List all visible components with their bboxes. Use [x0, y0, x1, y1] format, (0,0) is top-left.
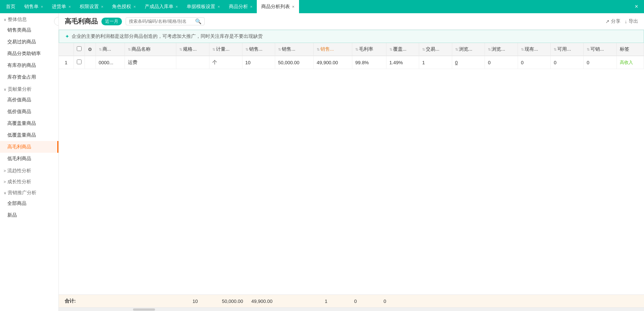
top-nav-bar: 首页 销售单 × 进货单 × 权限设置 × 角色授权 × 产成品入库单 × 单据…	[0, 0, 644, 13]
group-arrow-growth: >	[4, 180, 6, 184]
search-icon[interactable]: 🔍	[195, 18, 201, 24]
period-button[interactable]: 近一月	[101, 18, 122, 25]
sidebar-item-all-goods[interactable]: 全部商品	[0, 198, 58, 209]
sidebar-group-contribution[interactable]: ∨ 贡献量分析	[0, 83, 58, 94]
nav-product-analysis-list-close[interactable]: ×	[292, 4, 294, 9]
sidebar-item-sales-goods[interactable]: 销售类商品	[0, 24, 58, 36]
nav-product-inbound-close[interactable]: ×	[176, 4, 178, 9]
cell-browse1[interactable]: 0	[452, 56, 485, 69]
th-sale3[interactable]: ⇅销售...	[314, 43, 352, 56]
cell-sale2: 50,000.00	[275, 56, 314, 69]
sidebar-group-growth[interactable]: > 成长性分析	[0, 176, 58, 187]
th-gross-rate[interactable]: ⇅毛利率	[352, 43, 386, 56]
nav-permission-close[interactable]: ×	[101, 4, 103, 9]
nav-purchase[interactable]: 进货单 ×	[47, 0, 75, 13]
th-sale1[interactable]: ⇅销售...	[242, 43, 275, 56]
sidebar-item-new-goods[interactable]: 新品	[0, 209, 58, 221]
cell-browse2: 0	[485, 56, 518, 69]
sidebar-item-high-margin[interactable]: 高毛利商品	[0, 141, 58, 153]
nav-product-analysis-list[interactable]: 商品分析列表 ×	[257, 0, 299, 13]
th-trade[interactable]: ⇅交易...	[419, 43, 452, 56]
cell-current: 0	[518, 56, 551, 69]
main-layout: 《 ∨ 整体信息 销售类商品 交易过的商品 商品分类助销率 有库存的商品 库存资…	[0, 13, 644, 311]
sidebar-item-high-coverage[interactable]: 高覆盖量商品	[0, 117, 58, 129]
header-actions: ↗ 分享 ↓ 导出	[605, 18, 638, 25]
nav-permission[interactable]: 权限设置 ×	[75, 0, 108, 13]
cell-available: 0	[551, 56, 584, 69]
cell-sale3: 49,900.00	[314, 56, 352, 69]
th-coverage[interactable]: ⇅覆盖...	[386, 43, 419, 56]
th-name[interactable]: ⇅商品名称	[125, 43, 176, 56]
export-icon: ↓	[625, 19, 627, 24]
export-button[interactable]: ↓ 导出	[625, 18, 638, 25]
th-spec[interactable]: ⇅规格...	[176, 43, 209, 56]
nav-product-analysis-close[interactable]: ×	[250, 4, 252, 9]
cell-tag: 高收入	[616, 56, 644, 69]
footer-sale3: 49,900.00	[248, 299, 278, 304]
th-available[interactable]: ⇅可用...	[551, 43, 584, 56]
search-input[interactable]	[129, 19, 195, 24]
group-arrow-trend: >	[4, 169, 6, 173]
sidebar-group-marketing[interactable]: ∨ 营销推广分析	[0, 187, 58, 198]
footer-browse2: 0	[381, 299, 410, 304]
cell-name: 运费	[125, 56, 176, 69]
share-icon: ↗	[605, 19, 609, 24]
horizontal-scrollbar[interactable]	[59, 307, 644, 311]
footer-total-bar: 合计: 10 50,000.00 49,900.00 1 0 0	[59, 294, 644, 307]
th-browse2[interactable]: ⇅浏览...	[485, 43, 518, 56]
select-all-checkbox[interactable]	[77, 46, 82, 51]
cell-check[interactable]	[73, 56, 84, 69]
nav-template[interactable]: 单据模板设置 ×	[182, 0, 224, 13]
nav-role-close[interactable]: ×	[133, 4, 136, 9]
nav-home[interactable]: 首页	[1, 0, 20, 13]
info-icon: ✦	[65, 33, 69, 39]
nav-sales[interactable]: 销售单 ×	[20, 0, 47, 13]
nav-purchase-close[interactable]: ×	[68, 4, 71, 9]
sidebar-group-trend[interactable]: > 流趋性分析	[0, 164, 58, 176]
nav-role[interactable]: 角色授权 ×	[108, 0, 140, 13]
content-area: 高毛利商品 近一月 🔍 ↗ 分享 ↓ 导出 ✦ 企业的主要的利润都是这部分商品创…	[59, 13, 644, 311]
sidebar-item-low-value[interactable]: 低价值商品	[0, 106, 58, 117]
info-banner: ✦ 企业的主要的利润都是这部分商品创造的，可考虑加大推广，同时关注库存是不要出现…	[59, 30, 644, 43]
cell-num: 1	[59, 56, 73, 69]
cell-spec	[176, 56, 209, 69]
sidebar-item-high-value[interactable]: 高价值商品	[0, 94, 58, 106]
table-row: 1 0000... 运费 个 10 50,000.00 49,900.00 99…	[59, 56, 644, 69]
th-gear[interactable]: ⚙	[84, 43, 96, 56]
sidebar-item-low-coverage[interactable]: 低覆盖量商品	[0, 129, 58, 141]
th-current[interactable]: ⇅现有...	[518, 43, 551, 56]
footer-values: 10 50,000.00 49,900.00 1 0 0	[101, 299, 638, 304]
cell-sale1: 10	[242, 56, 275, 69]
sidebar-group-overall[interactable]: ∨ 整体信息	[0, 13, 58, 24]
nav-sales-close[interactable]: ×	[41, 4, 43, 9]
group-arrow-overall: ∨	[4, 18, 6, 22]
sidebar-item-low-margin[interactable]: 低毛利商品	[0, 153, 58, 164]
th-tag[interactable]: 标签	[616, 43, 644, 56]
sidebar-item-traded-goods[interactable]: 交易过的商品	[0, 36, 58, 48]
table-header-row: ⚙ ⇅商... ⇅商品名称 ⇅规格... ⇅计量... ⇅销售... ⇅销售..…	[59, 43, 644, 56]
nav-product-inbound[interactable]: 产成品入库单 ×	[140, 0, 182, 13]
sidebar-item-stock-capital[interactable]: 库存资金占用	[0, 71, 58, 83]
sidebar-item-category-rate[interactable]: 商品分类助销率	[0, 48, 58, 59]
table-container: ⚙ ⇅商... ⇅商品名称 ⇅规格... ⇅计量... ⇅销售... ⇅销售..…	[59, 43, 644, 294]
cell-saleable: 0	[584, 56, 617, 69]
nav-template-close[interactable]: ×	[217, 4, 220, 9]
th-browse1[interactable]: ⇅浏览...	[452, 43, 485, 56]
sidebar: 《 ∨ 整体信息 销售类商品 交易过的商品 商品分类助销率 有库存的商品 库存资…	[0, 13, 59, 311]
th-sale2[interactable]: ⇅销售...	[275, 43, 314, 56]
sidebar-item-in-stock[interactable]: 有库存的商品	[0, 59, 58, 71]
share-button[interactable]: ↗ 分享	[605, 18, 620, 25]
cell-unit: 个	[209, 56, 242, 69]
th-unit[interactable]: ⇅计量...	[209, 43, 242, 56]
cell-gear	[84, 56, 96, 69]
row-checkbox[interactable]	[77, 59, 82, 64]
footer-sale1: 10	[190, 299, 219, 304]
th-code[interactable]: ⇅商...	[96, 43, 125, 56]
nav-close-all[interactable]: ×	[630, 0, 643, 13]
content-header: 高毛利商品 近一月 🔍 ↗ 分享 ↓ 导出	[59, 13, 644, 30]
nav-product-analysis[interactable]: 商品分析 ×	[224, 0, 257, 13]
th-check[interactable]	[73, 43, 84, 56]
scrollbar-thumb[interactable]	[133, 308, 155, 311]
th-saleable[interactable]: ⇅可销...	[584, 43, 617, 56]
group-arrow-contribution: ∨	[4, 87, 6, 91]
